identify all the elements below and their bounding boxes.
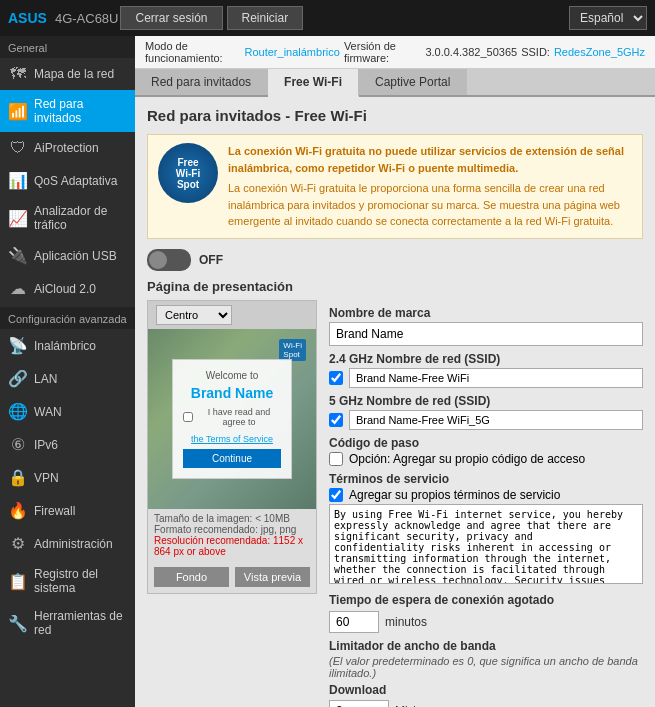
info-bar: Modo de funcionamiento: Router_inalámbri…	[135, 36, 655, 69]
page-title: Red para invitados - Free Wi-Fi	[147, 107, 643, 124]
sidebar-item-herramientas[interactable]: 🔧 Herramientas de red	[0, 602, 135, 644]
preview-terms-checkbox[interactable]	[183, 412, 193, 422]
advanced-section-label: Configuración avanzada	[0, 307, 135, 329]
sidebar-item-registro[interactable]: 📋 Registro del sistema	[0, 560, 135, 602]
preview-continue-button[interactable]: Continue	[183, 449, 281, 468]
usb-icon: 🔌	[8, 246, 28, 265]
sidebar-item-label: AiProtection	[34, 141, 99, 155]
sidebar-item-mapa-red[interactable]: 🗺 Mapa de la red	[0, 58, 135, 90]
toggle-state-label: OFF	[199, 253, 223, 267]
terms-label: Términos de servicio	[329, 472, 643, 486]
form-column: Nombre de marca 2.4 GHz Nombre de red (S…	[329, 300, 643, 708]
terms-checkbox[interactable]	[329, 488, 343, 502]
timeout-row: minutos	[329, 611, 643, 633]
preview-terms-text: I have read and agree to	[197, 407, 281, 427]
preview-terms-row: I have read and agree to	[183, 407, 281, 427]
terms-cb-label: Agregar su propios términos de servicio	[349, 488, 560, 502]
content-area: Red para invitados - Free Wi-Fi Free Wi-…	[135, 97, 655, 707]
sidebar-item-ipv6[interactable]: ⑥ IPv6	[0, 428, 135, 461]
sidebar-item-analizador[interactable]: 📈 Analizador de tráfico	[0, 197, 135, 239]
background-button[interactable]: Fondo	[154, 567, 229, 587]
notice-box: Free Wi-Fi Spot La conexión Wi-Fi gratui…	[147, 134, 643, 239]
sidebar-item-administracion[interactable]: ⚙ Administración	[0, 527, 135, 560]
img-info: Tamaño de la imagen: < 10MB Formato reco…	[148, 509, 316, 561]
brand-logo: ASUS	[8, 10, 47, 26]
antenna-icon: 📡	[8, 336, 28, 355]
ssid-24-checkbox[interactable]	[329, 371, 343, 385]
preview-inner: Welcome to Brand Name I have read and ag…	[172, 359, 292, 479]
sidebar: General 🗺 Mapa de la red 📶 Red para invi…	[0, 36, 135, 707]
sidebar-item-label: LAN	[34, 372, 57, 386]
wifi-badge: Wi-FiSpot	[279, 339, 306, 361]
sidebar-item-lan[interactable]: 🔗 LAN	[0, 362, 135, 395]
ssid-24-input[interactable]	[349, 368, 643, 388]
ssid-label: SSID:	[521, 46, 550, 58]
bandwidth-note: (El valor predeterminado es 0, que signi…	[329, 655, 643, 679]
position-select[interactable]: IzquierdaCentroDerecha	[156, 305, 232, 325]
general-section-label: General	[0, 36, 135, 58]
ipv6-icon: ⑥	[8, 435, 28, 454]
timeout-input[interactable]	[329, 611, 379, 633]
tab-free-wifi[interactable]: Free Wi-Fi	[268, 69, 359, 97]
preview-column: IzquierdaCentroDerecha Welcome to Brand …	[147, 300, 317, 708]
tab-bar: Red para invitados Free Wi-Fi Captive Po…	[135, 69, 655, 97]
sidebar-item-label: QoS Adaptativa	[34, 174, 117, 188]
sidebar-item-aiprotection[interactable]: 🛡 AiProtection	[0, 132, 135, 164]
sidebar-item-vpn[interactable]: 🔒 VPN	[0, 461, 135, 494]
fire-icon: 🔥	[8, 501, 28, 520]
enable-toggle[interactable]	[147, 249, 191, 271]
sidebar-item-label: Inalámbrico	[34, 339, 96, 353]
brand-input[interactable]	[329, 322, 643, 346]
preview-brand: Brand Name	[183, 385, 281, 401]
sidebar-item-aicloud[interactable]: ☁ AiCloud 2.0	[0, 272, 135, 305]
presentation-section-title: Página de presentación	[147, 279, 643, 294]
sidebar-item-label: Aplicación USB	[34, 249, 117, 263]
terms-area-container: By using Free Wi-Fi internet service, yo…	[329, 504, 643, 587]
firmware-version: 3.0.0.4.382_50365	[425, 46, 517, 58]
lock-icon: 🔒	[8, 468, 28, 487]
sidebar-item-label: Administración	[34, 537, 113, 551]
close-session-button[interactable]: Cerrar sesión	[120, 6, 222, 30]
sidebar-item-qos[interactable]: 📊 QoS Adaptativa	[0, 164, 135, 197]
map-icon: 🗺	[8, 65, 28, 83]
sidebar-item-inalambrico[interactable]: 📡 Inalámbrico	[0, 329, 135, 362]
preview-panel: IzquierdaCentroDerecha Welcome to Brand …	[147, 300, 317, 594]
img-resolution-info: Resolución recomendada: 1152 x 864 px or…	[154, 535, 310, 557]
sidebar-item-label: WAN	[34, 405, 62, 419]
sidebar-item-usb[interactable]: 🔌 Aplicación USB	[0, 239, 135, 272]
download-unit: Mb/s	[395, 704, 421, 708]
notice-text: La conexión Wi-Fi gratuita no puede util…	[228, 143, 632, 230]
language-select[interactable]: Español	[569, 6, 647, 30]
ssid-link[interactable]: RedesZone_5GHz	[554, 46, 645, 58]
timeout-unit: minutos	[385, 615, 427, 629]
ssid-5-input[interactable]	[349, 410, 643, 430]
main-content: Modo de funcionamiento: Router_inalámbri…	[135, 36, 655, 707]
preview-button[interactable]: Vista previa	[235, 567, 310, 587]
restart-button[interactable]: Reiniciar	[227, 6, 304, 30]
freewifi-icon: Free Wi-Fi Spot	[158, 143, 218, 203]
sidebar-item-red-invitados[interactable]: 📶 Red para invitados	[0, 90, 135, 132]
terms-textarea[interactable]: By using Free Wi-Fi internet service, yo…	[329, 504, 643, 584]
traffic-icon: 📈	[8, 209, 28, 228]
sidebar-item-label: Firewall	[34, 504, 75, 518]
sidebar-item-wan[interactable]: 🌐 WAN	[0, 395, 135, 428]
toggle-knob	[149, 251, 167, 269]
preview-screen: Welcome to Brand Name I have read and ag…	[148, 329, 316, 509]
ssid-5-row	[329, 410, 643, 430]
wifi-icon: 📶	[8, 102, 28, 121]
tab-red-invitados[interactable]: Red para invitados	[135, 69, 268, 95]
version-label: Versión de firmware:	[344, 40, 422, 64]
passcode-checkbox[interactable]	[329, 452, 343, 466]
globe-icon: 🌐	[8, 402, 28, 421]
mode-link[interactable]: Router_inalámbrico	[245, 46, 340, 58]
download-label: Download	[329, 683, 386, 697]
sidebar-item-label: Registro del sistema	[34, 567, 127, 595]
ssid-5-checkbox[interactable]	[329, 413, 343, 427]
preview-welcome: Welcome to	[183, 370, 281, 381]
sidebar-item-firewall[interactable]: 🔥 Firewall	[0, 494, 135, 527]
preview-terms-link[interactable]: the Terms of Service	[191, 434, 273, 444]
img-size-info: Tamaño de la imagen: < 10MB	[154, 513, 310, 524]
link-icon: 🔗	[8, 369, 28, 388]
download-input[interactable]	[329, 700, 389, 708]
tab-captive-portal[interactable]: Captive Portal	[359, 69, 467, 95]
